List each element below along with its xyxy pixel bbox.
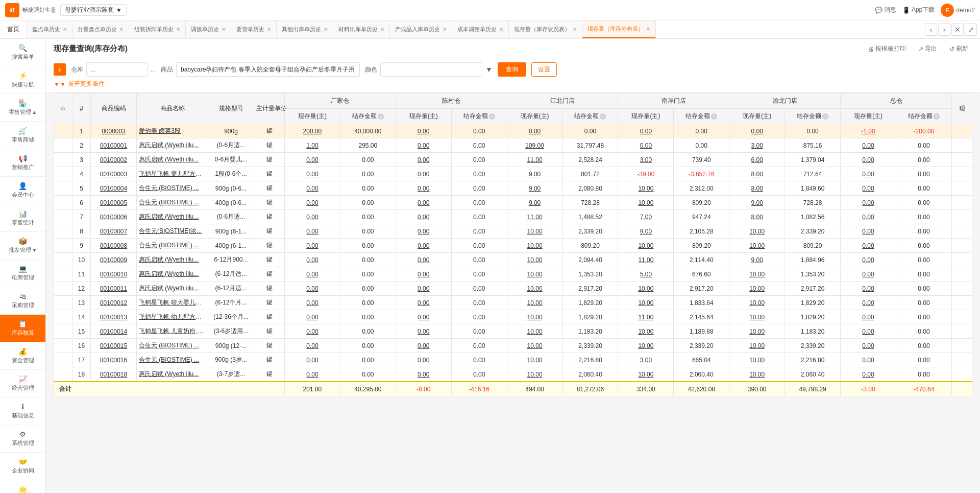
info-icon-c5[interactable]: ① <box>822 113 828 120</box>
sidebar-item-finance[interactable]: 💰 资金管理 <box>0 342 45 370</box>
cell-data[interactable]: 10.00 <box>507 239 562 253</box>
cell-data[interactable]: 0.00 <box>396 224 451 239</box>
sidebar-item-wholesale[interactable]: 📦 批发管理 ▼ <box>0 232 45 260</box>
cell-data[interactable]: 0.00 <box>340 339 396 353</box>
cell-data[interactable]: 10.00 <box>507 310 562 324</box>
sidebar-item-member[interactable]: 👤 会员中心 <box>0 177 45 204</box>
tab-close[interactable]: ✕ <box>222 27 226 32</box>
tab-close[interactable]: ✕ <box>443 27 447 32</box>
sidebar-item-ecommerce[interactable]: 💻 电商管理 <box>0 260 45 287</box>
filter-expand-btn[interactable]: › <box>54 63 66 76</box>
color-dropdown[interactable]: ▼ <box>485 65 493 74</box>
tab-fenpangdian[interactable]: 分量盘点单历史 ✕ <box>72 20 129 38</box>
cell-data[interactable]: 0.00 <box>285 281 340 296</box>
cell-data[interactable]: 0.00 <box>451 339 507 353</box>
sidebar-item-retail-shop[interactable]: 🛒 零售商城 <box>0 122 45 149</box>
tab-maximize-btn[interactable]: ⤢ <box>965 24 977 36</box>
cell-data[interactable]: 10.00 <box>507 367 562 382</box>
sidebar-item-business[interactable]: 📈 经营管理 <box>0 370 45 397</box>
cell-data[interactable]: 0.00 <box>396 324 451 339</box>
cell-data[interactable]: 9.00 <box>507 196 562 210</box>
sidebar-item-marketing[interactable]: 📢 营销推广 <box>0 149 45 177</box>
cell-data[interactable]: 1,353.20 <box>562 267 618 281</box>
cell-data[interactable]: 9.00 <box>507 167 562 181</box>
cell-data[interactable]: 0.00 <box>396 339 451 353</box>
tab-close[interactable]: ✕ <box>63 27 67 32</box>
info-icon-c2[interactable]: ① <box>489 113 495 120</box>
info-icon-c4[interactable]: ① <box>711 113 717 120</box>
cell-data[interactable]: 0.00 <box>396 196 451 210</box>
table-container[interactable]: ⚙ # 商品编码 商品名称 规格型号 主计量单位 厂家仓 陈村仓 江北门店 南岸… <box>46 93 980 493</box>
cell-data[interactable]: 40,000.00 <box>340 124 396 138</box>
setting-btn[interactable]: 设置 <box>531 62 557 77</box>
cell-data[interactable]: 0.00 <box>285 367 340 382</box>
cell-data[interactable]: 0.00 <box>285 353 340 367</box>
cell-data[interactable]: 0.00 <box>451 296 507 310</box>
cell-data[interactable]: 11.00 <box>507 153 562 167</box>
cell-data[interactable]: 0.00 <box>396 167 451 181</box>
cell-data[interactable]: 0.00 <box>451 181 507 196</box>
cell-data[interactable]: 0.00 <box>451 253 507 267</box>
cell-data[interactable]: 200.00 <box>285 124 340 138</box>
tab-close[interactable]: ✕ <box>573 27 577 32</box>
cell-data[interactable]: 0.00 <box>451 224 507 239</box>
cell-data[interactable]: 0.00 <box>396 267 451 281</box>
tab-home[interactable]: 首页 <box>0 20 27 38</box>
expand-more[interactable]: ▼▼ 展开更多条件 <box>54 80 972 88</box>
cell-data[interactable]: 0.00 <box>396 210 451 224</box>
cell-data[interactable]: 0.00 <box>340 324 396 339</box>
sidebar-item-system[interactable]: ⚙ 系统管理 <box>0 425 45 453</box>
cell-data[interactable]: 801.72 <box>562 167 618 181</box>
cell-data[interactable]: 0.00 <box>396 253 451 267</box>
cell-data[interactable]: 0.00 <box>340 367 396 382</box>
cell-data[interactable]: 0.00 <box>340 281 396 296</box>
cell-data[interactable]: 0.00 <box>340 310 396 324</box>
cell-data[interactable]: 0.00 <box>451 239 507 253</box>
sidebar-item-collab[interactable]: 🤝 企业协同 <box>0 453 45 480</box>
tab-close[interactable]: ✕ <box>380 27 384 32</box>
settings-icon[interactable]: ⚙ <box>60 105 66 112</box>
cell-data[interactable]: 109.00 <box>507 138 562 153</box>
tab-chengbentiaozhen[interactable]: 成本调整单历史 ✕ <box>452 20 509 38</box>
cell-data[interactable]: 809.20 <box>562 239 618 253</box>
cell-data[interactable]: 31,797.48 <box>562 138 618 153</box>
tab-chanchengpinruku[interactable]: 产成品入库单历史 ✕ <box>390 20 452 38</box>
tab-close-all-btn[interactable]: ✕ <box>951 24 964 36</box>
tab-yaohuo[interactable]: 要货单历史 ✕ <box>231 20 277 38</box>
cell-data[interactable]: 0.00 <box>396 181 451 196</box>
tab-diaob[interactable]: 调拨单历史 ✕ <box>186 20 231 38</box>
cell-data[interactable]: 0.00 <box>285 324 340 339</box>
sidebar-item-quicknav[interactable]: ⚡ 快捷导航 <box>0 66 45 94</box>
cell-data[interactable]: 0.00 <box>396 296 451 310</box>
info-icon-t[interactable]: ① <box>934 113 940 120</box>
cell-data[interactable]: 2,216.80 <box>562 353 618 367</box>
cell-data[interactable]: 1,488.52 <box>562 210 618 224</box>
tab-close-active[interactable]: ✕ <box>646 26 650 32</box>
cell-data[interactable]: 0.00 <box>451 267 507 281</box>
cell-data[interactable]: 0.00 <box>340 253 396 267</box>
cell-data[interactable]: 10.00 <box>507 353 562 367</box>
cell-data[interactable]: 0.00 <box>396 367 451 382</box>
cell-data[interactable]: 10.00 <box>507 281 562 296</box>
cell-data[interactable]: 1.00 <box>285 138 340 153</box>
cell-data[interactable]: 0.00 <box>285 296 340 310</box>
tab-cailiaochu[interactable]: 材料出库单历史 ✕ <box>333 20 390 38</box>
cell-data[interactable]: 0.00 <box>285 310 340 324</box>
cell-data[interactable]: 2,094.40 <box>562 253 618 267</box>
cell-data[interactable]: 0.00 <box>396 353 451 367</box>
cell-data[interactable]: 0.00 <box>396 124 451 138</box>
cell-data[interactable]: 0.00 <box>285 153 340 167</box>
tab-zuzhuang[interactable]: 组装拆卸单历史 ✕ <box>129 20 186 38</box>
cell-data[interactable]: 0.00 <box>451 210 507 224</box>
cell-data[interactable]: 2,528.24 <box>562 153 618 167</box>
cell-data[interactable]: 0.00 <box>285 210 340 224</box>
cell-data[interactable]: 728.28 <box>562 196 618 210</box>
cell-data[interactable]: 0.00 <box>396 281 451 296</box>
tab-close[interactable]: ✕ <box>324 27 328 32</box>
message-btn[interactable]: 💬 消息 <box>875 6 896 14</box>
cell-data[interactable]: 2,339.20 <box>562 339 618 353</box>
cell-data[interactable]: 0.00 <box>340 181 396 196</box>
tab-xiancunliangfenbu[interactable]: 现存量（库存分布表） ✕ <box>582 20 656 38</box>
cell-data[interactable]: 0.00 <box>451 167 507 181</box>
cell-data[interactable]: 1,829.20 <box>562 296 618 310</box>
